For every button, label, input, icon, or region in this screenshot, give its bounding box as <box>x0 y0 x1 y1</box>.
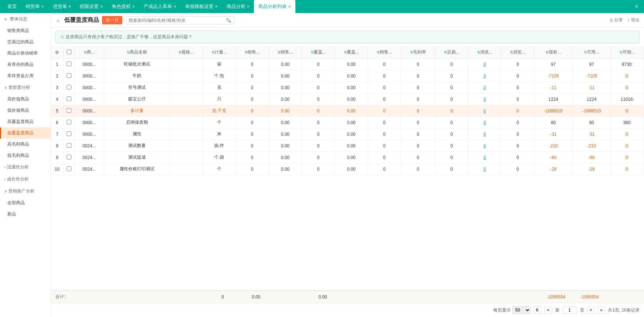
sidebar-item-all-products[interactable]: 全部商品 <box>0 197 51 209</box>
row-select-checkbox[interactable] <box>67 62 71 66</box>
sidebar-item-high-value[interactable]: 高价值商品 <box>0 94 51 105</box>
row-browse2: 0 <box>501 105 534 117</box>
search-input[interactable] <box>129 18 224 23</box>
table-row: 90024...测试提成个,袋00.0000.0000000-60-600: <box>51 152 644 163</box>
first-page-button[interactable]: K <box>534 306 542 314</box>
sidebar-section-cluster[interactable]: ∨ 类群度分析 <box>0 82 51 94</box>
column-sellable[interactable]: ⇅可销... <box>611 46 644 59</box>
column-available[interactable]: ⇅可用... <box>573 46 611 59</box>
column-current-stock[interactable]: ⇅现有... <box>534 46 573 59</box>
column-sales-qty[interactable]: ⇅销售... <box>236 46 269 59</box>
row-browse2: 0 <box>501 94 534 105</box>
column-spec[interactable]: ⇅规格... <box>170 46 203 59</box>
row-sellable: 0: <box>611 140 644 152</box>
sidebar-item-high-margin[interactable]: 高毛利商品 <box>0 139 51 150</box>
page-title: 低覆盖度商品 <box>64 16 99 24</box>
period-button[interactable]: 近一月 <box>102 16 122 24</box>
sidebar-item-low-value[interactable]: 低价值商品 <box>0 105 51 116</box>
row-checkbox[interactable] <box>63 117 74 128</box>
column-sales-amt[interactable]: ⇅销售... <box>269 46 302 59</box>
nav-item-permissions[interactable]: 权限设置 × <box>75 0 107 13</box>
page-input[interactable] <box>562 306 577 314</box>
row-sellable: 11016: <box>611 94 644 105</box>
row-select-checkbox[interactable] <box>67 73 71 78</box>
row-checkbox[interactable] <box>63 128 74 140</box>
sidebar-section-overall[interactable]: « 整体信息 <box>0 13 51 25</box>
content-header: « 低覆盖度商品 近一月 🔍 ⎘ 分享 ↑ 导出 <box>51 13 644 28</box>
row-checkbox[interactable] <box>63 105 74 117</box>
row-sales-amt: 0.00 <box>269 94 302 105</box>
row-checkbox[interactable] <box>63 152 74 163</box>
row-checkbox[interactable] <box>63 82 74 94</box>
row-select-checkbox[interactable] <box>67 155 71 159</box>
export-button[interactable]: ↑ 导出 <box>627 17 640 23</box>
row-select-checkbox[interactable] <box>67 120 71 124</box>
row-num: 4 <box>51 94 63 105</box>
nav-item-sales[interactable]: 销货单 × <box>21 0 48 13</box>
row-gross: 0 <box>401 140 435 152</box>
row-checkbox[interactable] <box>63 94 74 105</box>
column-settings[interactable]: ⚙ <box>51 46 63 59</box>
column-trade[interactable]: ⇅交易... <box>435 46 468 59</box>
row-cov1: 0 <box>302 94 335 105</box>
nav-item-production[interactable]: 产成品入库单 × <box>139 0 181 13</box>
row-checkbox[interactable] <box>63 59 74 70</box>
column-unit[interactable]: ⇅计量... <box>203 46 236 59</box>
next-page-button[interactable]: > <box>587 306 595 314</box>
column-coverage1[interactable]: ⇅覆盖... <box>302 46 335 59</box>
prev-page-button[interactable]: < <box>545 306 552 314</box>
row-checkbox[interactable] <box>63 70 74 82</box>
column-code[interactable]: ⇅商... <box>74 46 104 59</box>
row-trade: 0 <box>435 59 468 70</box>
column-sales-data[interactable]: ⇅销售... <box>368 46 401 59</box>
sidebar-item-traded-products[interactable]: 交易过的商品 <box>0 36 51 48</box>
row-current: -210 <box>534 140 573 152</box>
row-browse1: 0 <box>468 128 501 140</box>
nav-item-product-analysis[interactable]: 商品分析 × <box>222 0 254 13</box>
row-available: 1224 <box>573 94 611 105</box>
row-select-checkbox[interactable] <box>67 85 71 90</box>
row-spec <box>170 128 203 140</box>
row-select-checkbox[interactable] <box>67 166 71 171</box>
column-gross-rate[interactable]: ⇅毛利率 <box>401 46 435 59</box>
nav-item-template[interactable]: 单据模板设置 × <box>181 0 222 13</box>
search-icon[interactable]: 🔍 <box>226 18 231 23</box>
per-page-dropdown[interactable]: 50 20 100 200 <box>512 306 531 314</box>
row-sales-qty: 0 <box>236 105 269 117</box>
row-select-checkbox[interactable] <box>67 143 71 148</box>
sidebar-section-growth[interactable]: › 成长性分析 <box>0 173 51 185</box>
nav-item-roles[interactable]: 角色授权 × <box>107 0 140 13</box>
nav-item-purchase[interactable]: 进货单 × <box>48 0 76 13</box>
sidebar-item-low-coverage[interactable]: 低覆盖度商品 <box>0 127 51 139</box>
row-checkbox[interactable] <box>63 163 74 175</box>
sidebar-section-marketing[interactable]: ∨ 营销推广分析 <box>0 185 51 197</box>
row-browse1: 0 <box>468 117 501 128</box>
share-button[interactable]: ⎘ 分享 <box>610 17 623 23</box>
select-all-checkbox[interactable] <box>67 49 71 54</box>
nav-item-home[interactable]: 首页 <box>3 0 21 13</box>
row-select-checkbox[interactable] <box>67 96 71 101</box>
row-cov1: 0 <box>302 163 335 175</box>
sidebar-item-low-margin[interactable]: 低毛利商品 <box>0 150 51 161</box>
column-browse2[interactable]: ⇅浏览... <box>501 46 534 59</box>
sidebar-item-high-coverage[interactable]: 高覆盖度商品 <box>0 116 51 127</box>
column-coverage2[interactable]: ⇅覆盖... <box>335 46 368 59</box>
row-checkbox[interactable] <box>63 140 74 152</box>
sidebar-item-category-turnover[interactable]: 商品分类动销率 <box>0 48 51 59</box>
sidebar-item-new-products[interactable]: 新品 <box>0 209 51 220</box>
row-gross: 0 <box>401 152 435 163</box>
row-select-checkbox[interactable] <box>67 108 71 113</box>
sidebar-item-stock-capital[interactable]: 库存资金占用 <box>0 70 51 82</box>
sidebar-collapse-button[interactable]: « <box>55 17 61 24</box>
sidebar-item-sales-products[interactable]: 销售类商品 <box>0 25 51 36</box>
sidebar-item-stocked-products[interactable]: 有库存的商品 <box>0 59 51 70</box>
column-browse1[interactable]: ⇅浏览... <box>468 46 501 59</box>
window-close-button[interactable]: × <box>632 3 641 10</box>
row-spec <box>170 105 203 117</box>
last-page-button[interactable]: » <box>598 306 605 314</box>
row-num: 7 <box>51 128 63 140</box>
nav-item-product-analysis-list[interactable]: 商品分析列表 × <box>254 0 295 13</box>
sidebar-section-liquidity[interactable]: › 流通性分析 <box>0 161 51 173</box>
column-name[interactable]: ⇅商品名称 <box>104 46 170 59</box>
row-select-checkbox[interactable] <box>67 131 71 136</box>
